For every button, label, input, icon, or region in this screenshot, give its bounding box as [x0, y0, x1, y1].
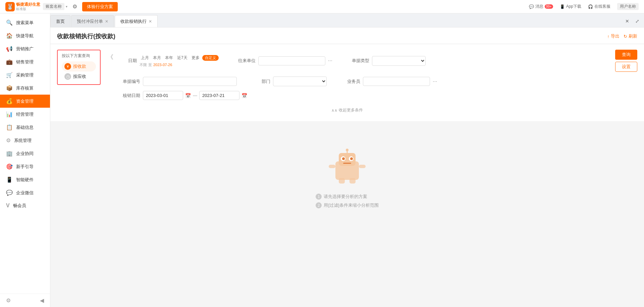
svg-point-4	[342, 157, 345, 160]
header-left: 🐰 畅捷通好生意 标准版 账套名称 ▾ ⚙ 体验行业方案	[5, 2, 118, 11]
bill-number-label: 单据编号	[120, 79, 140, 85]
gear-button[interactable]: ⚙	[70, 2, 79, 11]
footer-settings-icon[interactable]: ⚙	[6, 297, 11, 304]
sidebar-item-marketing[interactable]: 📢 营销推广	[0, 42, 50, 55]
collapse-more-icon: ∧∧	[331, 108, 337, 113]
tab-prepay-label: 预付冲应付单	[77, 18, 103, 24]
verify-date-start-input[interactable]	[143, 91, 183, 100]
sidebar-item-finance[interactable]: 💰 资金管理	[0, 95, 50, 108]
tab-receipt-verify-close[interactable]: ✕	[149, 19, 152, 23]
svg-point-8	[346, 149, 348, 151]
sidebar-item-purchase[interactable]: 🛒 采购管理	[0, 68, 50, 82]
date-quick-options: 上月 本月 本年 近7天 更多 自定义	[140, 54, 219, 61]
date-opt-last-month[interactable]: 上月	[140, 54, 150, 61]
sidebar-footer: ⚙ ◀	[0, 294, 50, 307]
date-opt-7days[interactable]: 近7天	[176, 54, 189, 61]
export-button[interactable]: ↑ 导出	[607, 33, 620, 39]
sidebar-item-sales[interactable]: 💼 销售管理	[0, 55, 50, 68]
basic-info-icon: 📋	[6, 124, 13, 131]
page-title: 收款核销执行(按收款)	[57, 32, 115, 40]
query-button[interactable]: 查询	[615, 50, 637, 60]
purchase-icon: 🛒	[6, 72, 13, 78]
empty-hint-2: 2 用[过滤]条件来缩小分析范围	[316, 202, 378, 208]
system-icon: ⚙	[6, 137, 11, 144]
account-name[interactable]: 账套名称	[43, 3, 64, 10]
bill-type-label: 单据类型	[349, 58, 369, 64]
sidebar-item-wechat[interactable]: 💬 企业微信	[0, 186, 50, 199]
bill-type-select[interactable]	[372, 56, 426, 66]
tab-receipt-verify[interactable]: 收款核销执行 ✕	[115, 15, 158, 27]
date-opt-this-year[interactable]: 本年	[164, 54, 174, 61]
page-content: 收款核销执行(按收款) ↑ 导出 ↻ 刷新 按以	[50, 28, 644, 307]
staff-input[interactable]	[363, 77, 430, 86]
app-logo: 🐰 畅捷通好生意 标准版	[5, 2, 40, 11]
inventory-icon: 📦	[6, 85, 13, 91]
sidebar-item-search[interactable]: 🔍 搜索菜单	[0, 16, 50, 29]
search-icon: 🔍	[6, 19, 13, 26]
date-unlimit-label: 不限	[140, 62, 147, 67]
verify-date-field: 核销日期 📅 — 📅	[120, 91, 247, 100]
message-action[interactable]: 💬 消息 99+	[529, 4, 553, 9]
filter-option-by-receipt[interactable]: ¥ 按收款	[62, 61, 96, 71]
receivable-option-icon: ◷	[64, 73, 71, 80]
sidebar-item-quick-nav[interactable]: 🏠 快捷导航	[0, 29, 50, 42]
tab-bar-actions: ✕ ⤢	[623, 17, 641, 25]
svg-point-5	[350, 157, 353, 160]
refresh-button[interactable]: ↻ 刷新	[624, 33, 637, 39]
online-service-action[interactable]: 🎧 在线客服	[588, 4, 610, 9]
sidebar-item-enterprise[interactable]: 🏢 企业协同	[0, 147, 50, 160]
verify-date-end-input[interactable]	[199, 91, 239, 100]
calendar-start-icon[interactable]: 📅	[185, 93, 191, 98]
filter-collapse-btn[interactable]: 《	[106, 53, 115, 61]
user-avatar[interactable]: 用户名称	[617, 3, 639, 10]
bill-number-field: 单据编号	[120, 77, 237, 86]
date-opt-this-month[interactable]: 本月	[152, 54, 162, 61]
verify-date-label: 核销日期	[120, 93, 140, 99]
collapse-more-btn[interactable]: ∧∧ 收起更多条件	[57, 105, 637, 116]
content-area: 首页 预付冲应付单 ✕ 收款核销执行 ✕ ✕ ⤢ 收款核销执行(按收款)	[50, 13, 644, 307]
tab-close-all-btn[interactable]: ✕	[623, 17, 631, 25]
sidebar-item-operation[interactable]: 📊 经营管理	[0, 108, 50, 121]
dept-select[interactable]	[273, 76, 327, 86]
chevron-down-icon[interactable]: ▾	[66, 5, 67, 8]
svg-rect-10	[359, 165, 366, 168]
bill-number-input[interactable]	[143, 77, 237, 86]
guide-icon: 🎯	[6, 163, 13, 170]
filter-panel: 按以下方案查询 ¥ 按收款 ◷ 按应收 《	[50, 44, 644, 121]
staff-dots[interactable]: ···	[433, 79, 437, 85]
trading-unit-input[interactable]	[258, 56, 325, 65]
header-account[interactable]: 账套名称 ▾	[43, 3, 67, 10]
tab-home[interactable]: 首页	[50, 15, 70, 27]
export-icon: ↑	[607, 34, 610, 39]
tab-expand-btn[interactable]: ⤢	[633, 17, 641, 25]
sidebar-item-basic-info[interactable]: 📋 基础信息	[0, 121, 50, 134]
trading-unit-dots[interactable]: ···	[328, 58, 332, 64]
sidebar-item-guide[interactable]: 🎯 新手引导	[0, 160, 50, 173]
logo-text: 畅捷通好生意 标准版	[16, 2, 40, 11]
date-opt-more[interactable]: 更多	[190, 54, 201, 61]
date-opt-custom[interactable]: 自定义	[202, 55, 219, 61]
message-icon: 💬	[529, 4, 534, 9]
service-icon: 🎧	[588, 4, 593, 9]
calendar-end-icon[interactable]: 📅	[241, 93, 247, 98]
sidebar-item-inventory[interactable]: 📦 库存核算	[0, 82, 50, 95]
sidebar-item-system[interactable]: ⚙ 系统管理	[0, 134, 50, 147]
sidebar-item-hardware[interactable]: 📱 智能硬件	[0, 173, 50, 186]
tab-prepay-close[interactable]: ✕	[105, 19, 108, 23]
app-download-action[interactable]: 📱 App下载	[560, 4, 581, 9]
sidebar-collapse-icon[interactable]: ◀	[40, 297, 44, 304]
filter-option-by-receivable[interactable]: ◷ 按应收	[62, 71, 96, 82]
collapse-more-label: 收起更多条件	[339, 107, 363, 113]
sidebar-item-member[interactable]: V 畅会员	[0, 199, 50, 212]
filter-main-row: 按以下方案查询 ¥ 按收款 ◷ 按应收 《	[57, 50, 637, 100]
top-header: 🐰 畅捷通好生意 标准版 账套名称 ▾ ⚙ 体验行业方案 💬 消息 99+ 📱 …	[0, 0, 644, 13]
tab-prepay[interactable]: 预付冲应付单 ✕	[71, 15, 114, 27]
operation-icon: 📊	[6, 111, 13, 117]
filter-row-2: 单据编号 部门 业务员	[120, 76, 637, 86]
settings-button[interactable]: 设置	[615, 62, 637, 72]
industry-button[interactable]: 体验行业方案	[82, 2, 118, 11]
receipt-option-label: 按收款	[73, 63, 86, 69]
trading-unit-field: 往来单位 ···	[235, 56, 332, 65]
date-end-value: 2023-07-26	[153, 63, 172, 67]
refresh-icon: ↻	[624, 34, 627, 39]
